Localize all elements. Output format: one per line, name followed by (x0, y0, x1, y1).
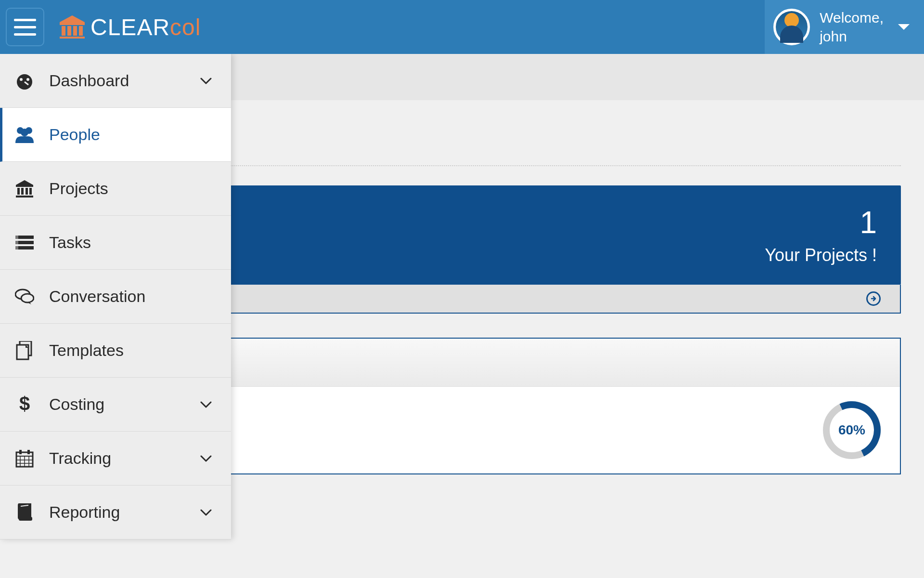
svg-point-11 (21, 129, 28, 136)
svg-rect-1 (62, 26, 65, 36)
sidebar-item-reporting[interactable]: Reporting (0, 486, 231, 539)
progress-gauge: 60% (823, 401, 881, 459)
hamburger-icon (14, 19, 36, 21)
sidebar-item-label: Dashboard (49, 71, 129, 90)
dollar-icon: $ (13, 394, 36, 416)
app-header: CLEARcol Welcome, john (0, 0, 924, 54)
gauge-percent: 60% (838, 422, 865, 438)
sidebar-item-projects[interactable]: Projects (0, 162, 231, 216)
sidebar-item-templates[interactable]: Templates (0, 324, 231, 378)
chat-icon (13, 286, 36, 308)
sidebar-item-label: Conversation (49, 287, 145, 306)
user-menu[interactable]: Welcome, john (765, 0, 924, 54)
sidebar-item-label: Reporting (49, 503, 120, 522)
svg-rect-4 (79, 26, 83, 36)
sidebar-item-label: Tracking (49, 449, 111, 468)
chevron-down-icon (200, 401, 212, 408)
svg-rect-21 (15, 236, 18, 239)
gauge-icon (13, 70, 36, 92)
svg-point-8 (26, 78, 29, 81)
svg-rect-37 (27, 450, 30, 454)
brand-logo[interactable]: CLEARcol (59, 14, 201, 40)
svg-rect-23 (15, 246, 18, 250)
sidebar-item-label: Templates (49, 341, 124, 360)
sidebar-item-label: Tasks (49, 233, 91, 252)
sidebar-item-costing[interactable]: $Costing (0, 378, 231, 432)
sidebar-item-people[interactable]: People (0, 108, 231, 162)
brand-name: CLEARcol (90, 14, 201, 40)
chevron-down-icon (200, 455, 212, 462)
svg-text:$: $ (19, 395, 30, 414)
svg-rect-15 (26, 188, 28, 195)
sidebar: DashboardPeopleProjectsTasksConversation… (0, 54, 231, 539)
sidebar-item-tracking[interactable]: Tracking (0, 432, 231, 486)
svg-rect-16 (29, 188, 32, 195)
sidebar-item-label: People (49, 125, 100, 144)
bank-icon (13, 178, 36, 200)
sidebar-item-tasks[interactable]: Tasks (0, 216, 231, 270)
list-icon (13, 232, 36, 254)
svg-rect-13 (17, 188, 20, 195)
bank-icon (59, 15, 86, 39)
svg-rect-22 (15, 241, 18, 244)
svg-rect-5 (60, 37, 85, 39)
sidebar-item-conversation[interactable]: Conversation (0, 270, 231, 324)
hamburger-menu-button[interactable] (6, 8, 44, 46)
chevron-down-icon (200, 78, 212, 84)
svg-point-7 (20, 78, 23, 81)
svg-rect-17 (16, 196, 33, 197)
svg-rect-38 (19, 517, 32, 521)
copy-icon (13, 340, 36, 362)
chevron-down-icon (200, 509, 212, 516)
chevron-down-icon (898, 24, 910, 30)
svg-rect-2 (67, 26, 71, 36)
sidebar-item-label: Costing (49, 395, 104, 414)
sidebar-item-dashboard[interactable]: Dashboard (0, 54, 231, 108)
svg-marker-12 (16, 180, 33, 187)
svg-rect-36 (19, 450, 22, 454)
welcome-text: Welcome, john (820, 8, 884, 46)
users-icon (13, 124, 36, 146)
arrow-right-circle-icon (866, 291, 881, 306)
svg-rect-3 (73, 26, 77, 36)
svg-rect-14 (21, 188, 24, 195)
svg-marker-0 (60, 15, 85, 25)
sidebar-item-label: Projects (49, 179, 108, 198)
avatar (773, 9, 810, 45)
book-icon (13, 501, 36, 524)
calendar-icon (13, 447, 36, 470)
svg-point-25 (21, 294, 34, 302)
